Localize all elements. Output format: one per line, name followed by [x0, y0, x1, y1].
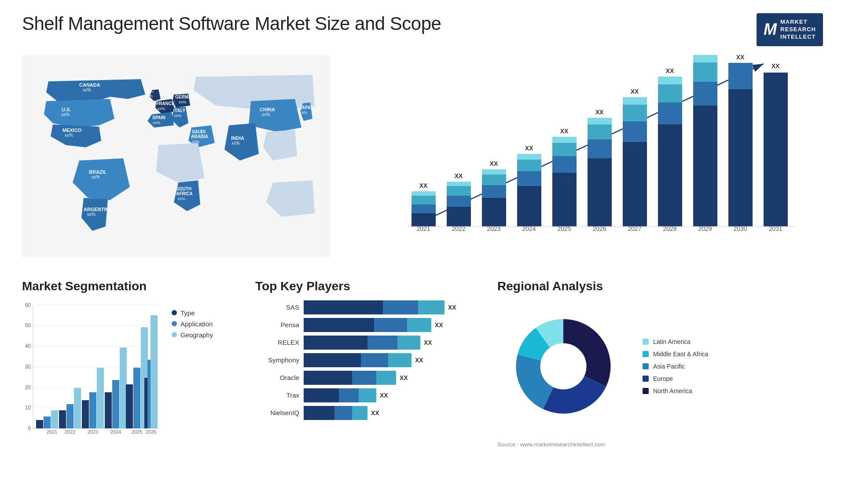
svg-rect-44: [552, 156, 577, 173]
svg-rect-73: [728, 89, 753, 226]
svg-text:2028: 2028: [663, 225, 676, 232]
svg-rect-109: [105, 392, 112, 428]
legend-mea: Middle East & Africa: [643, 351, 708, 358]
svg-text:XX: XX: [525, 145, 533, 152]
italy-label: ITALY: [173, 108, 186, 113]
svg-rect-106: [89, 392, 96, 428]
legend-asia-pacific: Asia Pacific: [643, 363, 708, 370]
segmentation-chart: 0 10 20 30 40 50 60: [22, 300, 163, 441]
svg-text:2021: 2021: [47, 429, 57, 435]
svg-rect-22: [411, 191, 436, 196]
svg-text:XX: XX: [736, 55, 745, 61]
svg-rect-38: [517, 171, 541, 186]
svg-text:50: 50: [25, 322, 31, 329]
svg-text:2024: 2024: [522, 225, 536, 232]
svg-text:xx%: xx%: [300, 110, 307, 115]
svg-text:2027: 2027: [628, 225, 641, 232]
header: Shelf Management Software Market Size an…: [22, 13, 823, 46]
svg-point-126: [540, 343, 586, 389]
svg-rect-51: [588, 124, 612, 139]
svg-text:2025: 2025: [557, 225, 571, 232]
svg-text:2022: 2022: [452, 225, 465, 232]
svg-text:xx%: xx%: [65, 133, 73, 138]
segmentation-legend: Type Application Geography: [172, 309, 213, 342]
germany-label: GERMANY: [175, 95, 198, 99]
svg-rect-37: [517, 186, 541, 226]
bottom-row: Market Segmentation 0 10 20 30 40 50 60: [22, 279, 823, 464]
svg-rect-114: [133, 368, 140, 428]
svg-rect-27: [447, 186, 471, 196]
svg-rect-69: [693, 62, 717, 82]
legend-type: Type: [172, 309, 213, 317]
svg-text:xx%: xx%: [145, 94, 153, 98]
svg-text:xx%: xx%: [174, 113, 181, 118]
map-section: CANADA xx% U.S. xx% MEXICO xx% BRAZIL xx…: [22, 55, 330, 266]
svg-text:30: 30: [25, 364, 31, 370]
mea-color: [643, 351, 649, 357]
svg-rect-19: [411, 213, 436, 226]
svg-text:xx%: xx%: [192, 139, 199, 144]
svg-rect-111: [120, 347, 127, 428]
legend-application: Application: [172, 320, 213, 328]
logo-text: MARKET RESEARCH INTELLECT: [780, 18, 816, 41]
svg-rect-70: [693, 55, 717, 62]
svg-text:40: 40: [25, 343, 31, 349]
donut-legend: Latin America Middle East & Africa Asia …: [643, 338, 708, 394]
logo: M MARKET RESEARCH INTELLECT: [757, 13, 823, 46]
player-name-trax: Trax: [255, 391, 299, 399]
growth-chart-section: XX 2021 XX 2022 XX 2023: [343, 55, 823, 266]
legend-latin-america: Latin America: [643, 338, 708, 345]
segmentation-section: Market Segmentation 0 10 20 30 40 50 60: [22, 279, 242, 464]
svg-text:XX: XX: [595, 109, 604, 116]
svg-text:2024: 2024: [110, 429, 121, 435]
svg-text:2025: 2025: [132, 429, 142, 435]
svg-rect-98: [44, 416, 51, 428]
legend-geography: Geography: [172, 331, 213, 339]
svg-text:AFRICA: AFRICA: [176, 191, 193, 196]
legend-north-america: North America: [643, 387, 708, 394]
europe-color: [643, 376, 649, 382]
key-players-section: Top Key Players SAS XX Pensa: [255, 279, 484, 464]
svg-text:xx%: xx%: [92, 175, 100, 179]
svg-rect-97: [36, 420, 43, 428]
player-row-pensa: Pensa XX: [255, 318, 484, 332]
svg-rect-64: [658, 77, 682, 84]
svg-rect-25: [447, 207, 471, 226]
svg-rect-52: [588, 118, 612, 124]
svg-text:2030: 2030: [733, 225, 747, 232]
svg-rect-105: [82, 400, 89, 428]
player-row-symphony: Symphony XX: [255, 353, 484, 367]
player-name-symphony: Symphony: [255, 356, 299, 364]
svg-rect-33: [482, 175, 506, 185]
svg-text:10: 10: [25, 405, 31, 411]
player-bar-relex: XX: [304, 336, 484, 350]
player-row-nielseniq: NielsenIQ XX: [255, 406, 484, 420]
latin-america-color: [643, 339, 649, 345]
canada-label: CANADA: [79, 82, 100, 88]
svg-rect-57: [623, 105, 647, 121]
svg-text:XX: XX: [455, 172, 463, 179]
player-name-relex: RELEX: [255, 339, 299, 346]
svg-rect-67: [693, 106, 717, 226]
svg-rect-113: [126, 384, 133, 428]
player-row-oracle: Oracle XX: [255, 371, 484, 385]
logo-letter: M: [764, 20, 777, 39]
asia-pacific-color: [643, 363, 649, 369]
player-name-oracle: Oracle: [255, 374, 299, 381]
svg-rect-56: [623, 121, 647, 142]
svg-text:xx%: xx%: [178, 197, 185, 201]
svg-rect-68: [693, 82, 717, 106]
svg-rect-43: [552, 173, 577, 226]
svg-rect-58: [623, 97, 647, 105]
svg-text:xx%: xx%: [158, 106, 165, 111]
svg-rect-28: [447, 182, 471, 186]
svg-rect-50: [588, 139, 612, 158]
svg-rect-119: [151, 315, 158, 428]
players-list: SAS XX Pensa: [255, 300, 484, 420]
uk-label: U.K.: [145, 88, 154, 93]
svg-text:60: 60: [25, 302, 31, 308]
svg-rect-45: [552, 143, 577, 156]
brazil-label: BRAZIL: [89, 169, 107, 175]
regional-title: Regional Analysis: [497, 279, 823, 293]
donut-chart: [497, 300, 629, 432]
